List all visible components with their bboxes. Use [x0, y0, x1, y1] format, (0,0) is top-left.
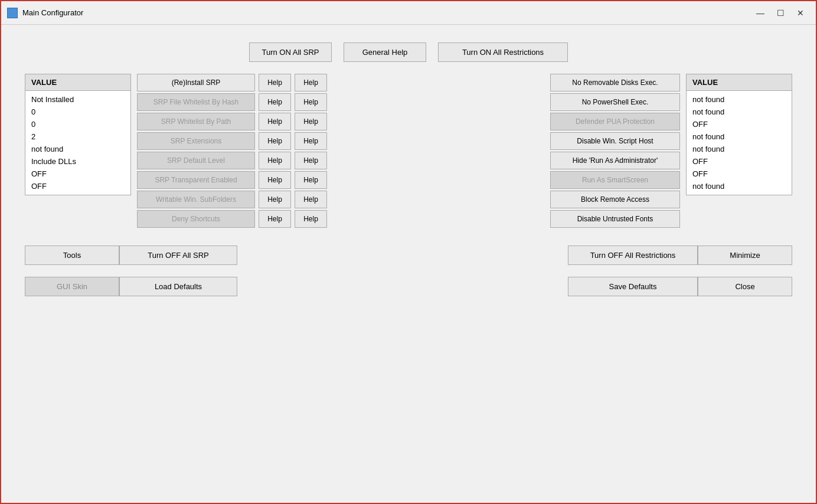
srp-section: (Re)Install SRP Help Help SRP File White… — [137, 74, 544, 228]
srp-hash-button: SRP File Whitelist By Hash — [137, 93, 255, 111]
top-button-row: Turn ON All SRP General Help Turn ON All… — [25, 42, 792, 62]
srp-row-3: SRP Extensions Help Help — [137, 132, 544, 150]
srp-deny-button: Deny Shortcuts — [137, 210, 255, 228]
restriction-defender-pua-button: Defender PUA Protection — [550, 113, 680, 130]
srp-help2-2[interactable]: Help — [295, 113, 327, 130]
general-help-button[interactable]: General Help — [344, 42, 426, 62]
srp-extensions-button: SRP Extensions — [137, 132, 255, 150]
right-value-3: not found — [692, 130, 786, 143]
restriction-row-6: Block Remote Access — [550, 191, 680, 208]
load-defaults-button[interactable]: Load Defaults — [119, 277, 237, 296]
srp-help1-1[interactable]: Help — [259, 93, 291, 111]
restriction-row-2: Defender PUA Protection — [550, 113, 680, 130]
restriction-row-4: Hide 'Run As Administrator' — [550, 152, 680, 169]
srp-help1-3[interactable]: Help — [259, 132, 291, 150]
titlebar: Main Configurator — ☐ ✕ — [1, 1, 816, 25]
right-value-header: VALUE — [687, 74, 792, 91]
left-value-4: not found — [31, 143, 125, 155]
restriction-row-5: Run As SmartScreen — [550, 171, 680, 189]
left-value-panel: VALUE Not Installed 0 0 2 not found Incl… — [25, 74, 131, 195]
main-content: Turn ON All SRP General Help Turn ON All… — [1, 25, 816, 503]
left-value-3: 2 — [31, 130, 125, 143]
right-value-6: OFF — [692, 168, 786, 180]
restrictions-section: No Removable Disks Exec. No PowerShell E… — [550, 74, 680, 228]
left-value-2: 0 — [31, 118, 125, 130]
srp-help2-6[interactable]: Help — [295, 191, 327, 208]
srp-help2-1[interactable]: Help — [295, 93, 327, 111]
right-value-5: OFF — [692, 155, 786, 168]
srp-help1-6[interactable]: Help — [259, 191, 291, 208]
main-area: VALUE Not Installed 0 0 2 not found Incl… — [25, 74, 792, 228]
turn-off-restrictions-button[interactable]: Turn OFF All Restrictions — [568, 246, 698, 265]
srp-default-button: SRP Default Level — [137, 152, 255, 169]
srp-help1-0[interactable]: Help — [259, 74, 291, 91]
close-title-button[interactable]: ✕ — [791, 6, 810, 20]
srp-help1-2[interactable]: Help — [259, 113, 291, 130]
window-title: Main Configurator — [22, 8, 751, 17]
left-value-items: Not Installed 0 0 2 not found Include DL… — [25, 91, 130, 195]
app-icon — [7, 8, 18, 18]
restriction-row-0: No Removable Disks Exec. — [550, 74, 680, 91]
turn-off-srp-button[interactable]: Turn OFF All SRP — [119, 246, 237, 265]
right-value-2: OFF — [692, 118, 786, 130]
right-value-panel: VALUE not found not found OFF not found … — [686, 74, 792, 195]
srp-help2-5[interactable]: Help — [295, 171, 327, 189]
minimize-button[interactable]: — — [751, 6, 770, 20]
restriction-row-7: Disable Untrusted Fonts — [550, 210, 680, 228]
turn-on-restrictions-button[interactable]: Turn ON All Restrictions — [438, 42, 568, 62]
left-value-6: OFF — [31, 168, 125, 180]
srp-help2-7[interactable]: Help — [295, 210, 327, 228]
right-value-4: not found — [692, 143, 786, 155]
srp-row-5: SRP Transparent Enabled Help Help — [137, 171, 544, 189]
tools-button[interactable]: Tools — [25, 246, 119, 265]
srp-path-button: SRP Whitelist By Path — [137, 113, 255, 130]
gui-skin-button: GUI Skin — [25, 277, 119, 296]
srp-row-1: SRP File Whitelist By Hash Help Help — [137, 93, 544, 111]
srp-writable-button: Writable Win. SubFolders — [137, 191, 255, 208]
srp-row-0: (Re)Install SRP Help Help — [137, 74, 544, 91]
right-value-items: not found not found OFF not found not fo… — [687, 91, 792, 195]
save-defaults-button[interactable]: Save Defaults — [568, 277, 698, 296]
srp-row-2: SRP Whitelist By Path Help Help — [137, 113, 544, 130]
restriction-disable-fonts-button[interactable]: Disable Untrusted Fonts — [550, 210, 680, 228]
restriction-smartscreen-button: Run As SmartScreen — [550, 171, 680, 189]
left-value-1: 0 — [31, 106, 125, 118]
left-value-7: OFF — [31, 180, 125, 192]
srp-row-7: Deny Shortcuts Help Help — [137, 210, 544, 228]
srp-help2-0[interactable]: Help — [295, 74, 327, 91]
srp-transparent-button: SRP Transparent Enabled — [137, 171, 255, 189]
srp-help1-4[interactable]: Help — [259, 152, 291, 169]
bottom-row-2: GUI Skin Load Defaults Save Defaults Clo… — [25, 277, 792, 296]
srp-reinstall-button[interactable]: (Re)Install SRP — [137, 74, 255, 91]
srp-row-6: Writable Win. SubFolders Help Help — [137, 191, 544, 208]
close-button[interactable]: Close — [698, 277, 792, 296]
restore-button[interactable]: ☐ — [771, 6, 790, 20]
left-value-0: Not Installed — [31, 93, 125, 106]
restriction-row-1: No PowerShell Exec. — [550, 93, 680, 111]
restriction-no-powershell-button[interactable]: No PowerShell Exec. — [550, 93, 680, 111]
srp-help2-4[interactable]: Help — [295, 152, 327, 169]
right-value-1: not found — [692, 106, 786, 118]
right-value-7: not found — [692, 180, 786, 192]
srp-help2-3[interactable]: Help — [295, 132, 327, 150]
titlebar-buttons: — ☐ ✕ — [751, 6, 810, 20]
srp-row-4: SRP Default Level Help Help — [137, 152, 544, 169]
restriction-row-3: Disable Win. Script Host — [550, 132, 680, 150]
bottom-row-1: Tools Turn OFF All SRP Turn OFF All Rest… — [25, 246, 792, 265]
restriction-block-remote-button[interactable]: Block Remote Access — [550, 191, 680, 208]
srp-help1-7[interactable]: Help — [259, 210, 291, 228]
restriction-no-removable-button[interactable]: No Removable Disks Exec. — [550, 74, 680, 91]
main-window: Main Configurator — ☐ ✕ Turn ON All SRP … — [0, 0, 817, 504]
turn-on-srp-button[interactable]: Turn ON All SRP — [249, 42, 332, 62]
left-value-header: VALUE — [25, 74, 130, 91]
left-value-5: Include DLLs — [31, 155, 125, 168]
restriction-hide-runas-button[interactable]: Hide 'Run As Administrator' — [550, 152, 680, 169]
minimize-button-main[interactable]: Minimize — [698, 246, 792, 265]
srp-help1-5[interactable]: Help — [259, 171, 291, 189]
right-value-0: not found — [692, 93, 786, 106]
restriction-disable-script-button[interactable]: Disable Win. Script Host — [550, 132, 680, 150]
